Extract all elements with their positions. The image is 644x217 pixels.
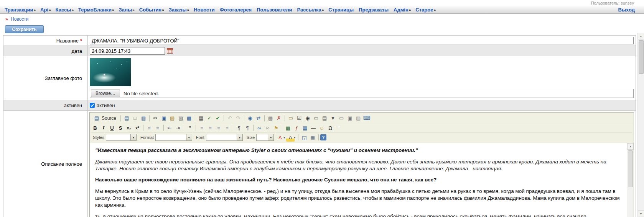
- source-button[interactable]: ▤ Source: [91, 114, 119, 122]
- align-right-icon[interactable]: ≡: [214, 124, 223, 132]
- styles-select[interactable]: ▼: [106, 134, 137, 141]
- nav-item-staroe[interactable]: Старое »: [415, 7, 436, 13]
- blockquote-icon[interactable]: ”: [186, 124, 194, 132]
- bold-icon[interactable]: B: [91, 124, 99, 132]
- nav-item-predzakazy[interactable]: Предзаказы: [359, 7, 389, 13]
- decrease-indent-icon[interactable]: ⇤: [165, 124, 174, 132]
- universal-keyboard-icon[interactable]: ⌨: [362, 114, 371, 122]
- align-center-icon[interactable]: ≡: [206, 124, 214, 132]
- show-blocks-icon[interactable]: ▦: [308, 134, 317, 142]
- page-scrollbar[interactable]: ▲ ▼: [637, 33, 644, 217]
- editor-content[interactable]: "Известная певица рассказала в эксклюзив…: [90, 143, 627, 217]
- text-color-arrow-icon[interactable]: ▾: [282, 134, 286, 142]
- underline-icon[interactable]: U: [108, 124, 116, 132]
- about-icon[interactable]: ?: [320, 134, 326, 140]
- date-input[interactable]: [90, 47, 165, 55]
- calendar-icon[interactable]: [167, 48, 173, 54]
- maximize-icon[interactable]: ◱: [300, 134, 308, 142]
- editor-scroll-thumb[interactable]: [628, 150, 633, 187]
- nav-item-sobytiya[interactable]: События »: [139, 7, 164, 13]
- spell-check-as-you-type-icon[interactable]: ✔: [214, 114, 222, 122]
- nav-item-zakazy[interactable]: Заказы »: [169, 7, 189, 13]
- find-icon[interactable]: ◉: [246, 114, 254, 122]
- superscript-icon[interactable]: x²: [133, 124, 142, 132]
- print-icon[interactable]: ▦: [197, 114, 205, 122]
- remove-format-icon[interactable]: ✗: [275, 114, 283, 122]
- source-icon: ▤: [94, 114, 100, 122]
- link-icon[interactable]: ∞: [255, 124, 264, 132]
- numbered-list-icon[interactable]: ≡: [145, 124, 153, 132]
- size-select[interactable]: ▼: [256, 134, 274, 141]
- table-icon[interactable]: ▦: [301, 124, 309, 132]
- nav-item-polzovateli[interactable]: Пользователи: [257, 7, 292, 13]
- smiley-icon[interactable]: ☺: [318, 124, 326, 132]
- paste-text-icon[interactable]: ▨: [176, 114, 185, 122]
- page-scroll-down-icon[interactable]: ▼: [638, 210, 644, 217]
- page-scroll-thumb[interactable]: [639, 40, 644, 74]
- text-field-icon[interactable]: ▭: [312, 114, 320, 122]
- nav-item-fotogalereya[interactable]: Фотогалерея: [220, 7, 252, 13]
- nav-item-rassylka[interactable]: Рассылка »: [297, 7, 324, 13]
- browse-button[interactable]: Browse…: [91, 90, 120, 97]
- active-cell: активен: [88, 100, 636, 110]
- subscript-icon[interactable]: x₂: [125, 124, 133, 132]
- new-page-icon[interactable]: □: [131, 114, 139, 122]
- title-input[interactable]: [90, 37, 634, 44]
- text-direction-rtl-icon[interactable]: ¶: [243, 124, 252, 132]
- nav-item-api[interactable]: Api »: [40, 7, 51, 13]
- nav-item-stranitsy[interactable]: Страницы: [328, 7, 354, 13]
- strike-through-icon[interactable]: S: [116, 124, 125, 132]
- align-justify-icon[interactable]: ≡: [223, 124, 231, 132]
- editor-paragraph: ть, в отношениях на полуострове постоянн…: [95, 213, 621, 217]
- redo-icon[interactable]: ↷: [234, 114, 242, 122]
- image-button-icon[interactable]: ▣: [346, 114, 354, 122]
- italic-icon[interactable]: I: [99, 124, 108, 132]
- replace-icon[interactable]: ⇄: [254, 114, 263, 122]
- button-field-icon[interactable]: ▭: [337, 114, 346, 122]
- editor-scroll-up-icon[interactable]: ▲: [627, 143, 634, 150]
- editor-scrollbar[interactable]: ▲: [627, 143, 634, 217]
- bulleted-list-icon[interactable]: ≡: [153, 124, 162, 132]
- logout-link[interactable]: Выход: [618, 7, 639, 13]
- nav-item-novosti[interactable]: Новости: [194, 7, 215, 13]
- text-direction-ltr-icon[interactable]: ¶: [235, 124, 243, 132]
- cut-icon[interactable]: ✂: [151, 114, 160, 122]
- background-color-arrow-icon[interactable]: ▾: [293, 134, 296, 142]
- save-icon[interactable]: ▤: [122, 114, 131, 122]
- paste-word-icon[interactable]: ▩: [185, 114, 193, 122]
- preview-icon[interactable]: ▥: [139, 114, 148, 122]
- page-break-icon[interactable]: ┄: [334, 124, 343, 132]
- nav-item-kassy[interactable]: Кассы »: [56, 7, 74, 13]
- align-left-icon[interactable]: ≡: [198, 124, 206, 132]
- textarea-field-icon[interactable]: ▤: [320, 114, 329, 122]
- font-select[interactable]: ▼: [206, 134, 243, 141]
- horizontal-rule-icon[interactable]: —: [309, 124, 318, 132]
- flash-icon[interactable]: ƒ: [292, 124, 301, 132]
- nav-item-label: Адмiн: [394, 7, 408, 13]
- nav-item-termoblanki[interactable]: ТермоБланки »: [78, 7, 114, 13]
- nav-item-admin[interactable]: Адмiн »: [394, 7, 411, 13]
- undo-icon[interactable]: ↶: [226, 114, 234, 122]
- unlink-icon[interactable]: ∞: [264, 124, 272, 132]
- save-button[interactable]: Сохранить: [5, 25, 44, 33]
- radio-field-icon[interactable]: ◉: [303, 114, 312, 122]
- increase-indent-icon[interactable]: ⇥: [174, 124, 182, 132]
- breadcrumb-link-novosti[interactable]: Новости: [11, 16, 28, 22]
- format-select[interactable]: ▼: [155, 134, 192, 141]
- special-character-icon[interactable]: Ω: [326, 124, 334, 132]
- hidden-field-icon[interactable]: ▨: [354, 114, 362, 122]
- copy-icon[interactable]: ▣: [160, 114, 168, 122]
- image-icon[interactable]: ▩: [284, 124, 292, 132]
- form-icon[interactable]: ▭: [287, 114, 295, 122]
- active-checkbox[interactable]: [90, 103, 95, 108]
- anchor-icon[interactable]: ⚑: [272, 124, 280, 132]
- nav-item-transactions[interactable]: Транзакции »: [5, 7, 36, 13]
- nav-item-zaly[interactable]: Залы »: [119, 7, 134, 13]
- checkbox-field-icon[interactable]: ☑: [295, 114, 303, 122]
- user-bar: Пользователь: sunsey: [0, 0, 644, 6]
- page-scroll-up-icon[interactable]: ▲: [638, 33, 644, 39]
- select-all-icon[interactable]: ▩: [266, 114, 275, 122]
- paste-icon[interactable]: ▧: [168, 114, 176, 122]
- select-field-icon[interactable]: ▼: [329, 114, 337, 122]
- spell-check-icon[interactable]: ✓: [205, 114, 214, 122]
